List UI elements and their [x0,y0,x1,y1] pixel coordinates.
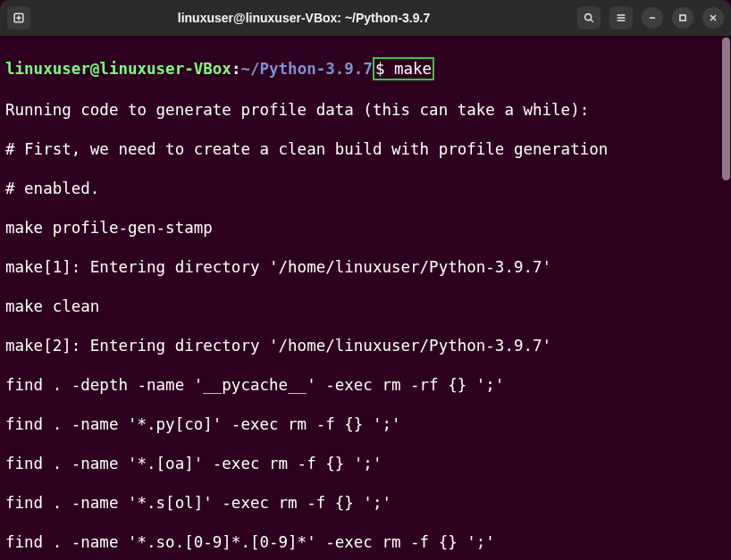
prompt-user-host: linuxuser@linuxuser-VBox [5,60,231,78]
output-line: # First, we need to create a clean build… [5,139,726,159]
output-line: # enabled. [5,179,726,198]
prompt-separator: : [231,60,241,78]
prompt-path: ~/Python-3.9.7 [240,60,373,78]
minimize-button[interactable] [642,7,663,29]
svg-point-3 [585,14,592,21]
terminal-content[interactable]: linuxuser@linuxuser-VBox:~/Python-3.9.7$… [0,36,731,560]
maximize-button[interactable] [672,7,693,29]
svg-line-4 [591,20,593,22]
output-line: Running code to generate profile data (t… [5,100,726,120]
menu-button[interactable] [609,6,633,29]
output-line: find . -name '*.s[ol]' -exec rm -f {} ';… [5,493,726,513]
output-line: find . -name '*.[oa]' -exec rm -f {} ';' [5,454,726,473]
command-highlight: $ make [373,57,434,80]
search-button[interactable] [577,6,601,29]
prompt-line: linuxuser@linuxuser-VBox:~/Python-3.9.7$… [5,57,726,80]
output-line: find . -depth -name '__pycache__' -exec … [5,375,726,395]
close-button[interactable] [702,7,724,29]
prompt-symbol: $ [375,60,394,78]
prompt-command: make [394,60,432,78]
titlebar-right-group [577,6,724,29]
svg-rect-9 [680,15,685,21]
new-tab-button[interactable] [7,6,30,29]
output-line: find . -name '*.py[co]' -exec rm -f {} '… [5,414,726,434]
scrollbar-thumb[interactable] [722,38,730,180]
output-line: make profile-gen-stamp [5,218,726,238]
window-titlebar: linuxuser@linuxuser-VBox: ~/Python-3.9.7 [0,0,731,36]
output-line: make[1]: Entering directory '/home/linux… [5,257,726,277]
output-line: make clean [5,297,726,316]
window-title: linuxuser@linuxuser-VBox: ~/Python-3.9.7 [38,11,570,25]
titlebar-left-group [7,6,30,29]
output-line: find . -name '*.so.[0-9]*.[0-9]*' -exec … [5,532,726,552]
output-line: make[2]: Entering directory '/home/linux… [5,336,726,355]
